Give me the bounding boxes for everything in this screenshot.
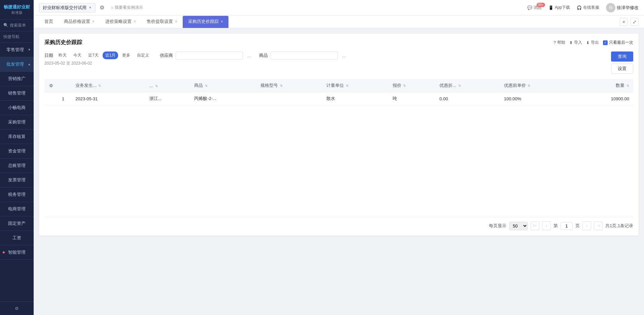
- tab-history-price[interactable]: 采购历史价跟踪 ×: [183, 16, 228, 28]
- date-opt-custom[interactable]: 自定义: [134, 51, 152, 59]
- col-product[interactable]: 商品 ⇅: [190, 79, 256, 92]
- sidebar-item-ecommerce-small[interactable]: 小畅电商: [0, 101, 34, 115]
- content-area: 采购历史价跟踪 ? 帮助 ⬆ 导入 ⬇ 导出: [34, 28, 644, 315]
- row-discount-pct-cell: 100.00%: [500, 92, 576, 105]
- sidebar-search[interactable]: 🔍 搜索菜单: [0, 20, 34, 31]
- date-opt-7days[interactable]: 近7天: [85, 51, 101, 59]
- col-settings[interactable]: ⚙: [44, 79, 58, 92]
- help-btn[interactable]: ? 帮助: [553, 40, 565, 45]
- sidebar-logo[interactable]: 畅捷通好业财 标准版: [0, 0, 34, 20]
- sidebar-item-smart[interactable]: 智能管理: [0, 245, 34, 260]
- col-business-date[interactable]: 业务发生... ⇅: [71, 79, 145, 92]
- demo-link[interactable]: ○ 我要看实例演示: [111, 5, 143, 10]
- supplier-filter-group: 供应商 ...: [160, 51, 251, 60]
- topbar-settings-btn[interactable]: ⚙: [100, 4, 104, 11]
- sidebar-item-sales[interactable]: 销售管理: [0, 86, 34, 101]
- tab-close-price[interactable]: ×: [92, 19, 95, 24]
- data-table: ⚙ 业务发生... ⇅ ... ⇅ 商品: [44, 79, 633, 105]
- col-quantity[interactable]: 数量 ⇅: [576, 79, 633, 92]
- tab-expand-btn[interactable]: ⤢: [631, 18, 639, 26]
- export-btn[interactable]: ⬇ 导出: [586, 40, 599, 45]
- help-icon: ?: [553, 40, 556, 45]
- col-more[interactable]: ... ⇅: [145, 79, 190, 92]
- checkbox-checked-icon: [603, 40, 608, 45]
- date-options: 昨天 今天 近7天 近1月 更多 自定义: [56, 51, 152, 59]
- message-icon: 💬: [527, 5, 532, 10]
- sidebar-item-purchase[interactable]: 采购管理: [0, 115, 34, 130]
- sidebar-settings-btn[interactable]: ⚙: [0, 302, 34, 315]
- sidebar-item-assets[interactable]: 固定资产: [0, 216, 34, 231]
- tab-close-purchase-strategy[interactable]: ×: [134, 19, 136, 24]
- page-unit-label: 页: [575, 223, 580, 229]
- app-download-btn[interactable]: 📱 App下载: [548, 5, 570, 10]
- page-prev-btn[interactable]: ‹: [542, 221, 551, 230]
- col-discount[interactable]: 优惠折... ⇅: [435, 79, 500, 92]
- page-size-select[interactable]: 50 10 20 100: [509, 222, 528, 230]
- supplier-label: 供应商: [160, 53, 173, 59]
- sort-icon: ⇅: [403, 84, 406, 88]
- settings-button[interactable]: 设置: [611, 64, 633, 74]
- query-button[interactable]: 查询: [611, 51, 633, 62]
- tabbar: 首页 商品价格设置 × 进价策略设置 × 售价提取设置 × 采购历史价跟踪 × …: [34, 15, 644, 28]
- import-btn[interactable]: ⬆ 导入: [569, 40, 582, 45]
- tab-close-sale-price[interactable]: ×: [175, 19, 177, 24]
- col-discount-price[interactable]: 优惠前单价 ⇅: [500, 79, 576, 92]
- tab-close-history-price[interactable]: ×: [221, 19, 223, 24]
- page-header: 采购历史价跟踪 ? 帮助 ⬆ 导入 ⬇ 导出: [44, 39, 633, 46]
- sidebar-item-tax[interactable]: 税务管理: [0, 187, 34, 202]
- tab-sale-price[interactable]: 售价提取设置 ×: [141, 16, 183, 28]
- page-last-btn[interactable]: ⊣: [594, 221, 603, 230]
- row-quantity-cell: 10900.00: [576, 92, 633, 105]
- date-filter-group: 日期 昨天 今天 近7天 近1月 更多 自定义 2023-05-02 至 202…: [44, 51, 152, 66]
- chevron-icon: ▼: [28, 48, 31, 51]
- version-selector[interactable]: 好业财标准版交付试用 ▼: [39, 3, 96, 12]
- tab-close-btn[interactable]: ×: [620, 18, 628, 26]
- page-next-btn[interactable]: ›: [582, 221, 591, 230]
- page-number-input[interactable]: [561, 222, 573, 230]
- sort-icon: ⇅: [98, 84, 101, 88]
- col-index: [58, 79, 71, 92]
- message-btn[interactable]: 💬 消息 99+: [527, 5, 542, 10]
- col-spec[interactable]: 规格型号 ⇅: [256, 79, 322, 92]
- tab-home[interactable]: 首页: [39, 16, 59, 28]
- product-more-btn[interactable]: ...: [342, 53, 346, 58]
- sidebar-item-finance[interactable]: 资金管理: [0, 144, 34, 159]
- tab-price[interactable]: 商品价格设置 ×: [59, 16, 100, 28]
- product-label: 商品: [259, 53, 268, 59]
- topbar: 好业财标准版交付试用 ▼ ⚙ ○ 我要看实例演示 💬 消息 99+ 📱 App下…: [34, 0, 644, 15]
- date-opt-1month[interactable]: 近1月: [103, 51, 118, 59]
- only-last-checkbox[interactable]: 只看最后一次: [603, 40, 633, 45]
- product-filter-group: 商品 ...: [259, 51, 346, 60]
- supplier-input[interactable]: [176, 51, 243, 60]
- table-header-row: ⚙ 业务发生... ⇅ ... ⇅ 商品: [44, 79, 633, 92]
- online-service-btn[interactable]: 🎧 在线客服: [577, 5, 599, 10]
- sidebar-item-marketing[interactable]: 营销推广: [0, 72, 34, 86]
- product-input[interactable]: [271, 51, 338, 60]
- sidebar-item-inventory[interactable]: 库存核算: [0, 130, 34, 144]
- page-first-btn[interactable]: ⊢: [531, 221, 539, 230]
- row-more-cell: 浙江...: [145, 92, 190, 105]
- row-business-date-cell: 2023-05-31: [71, 92, 145, 105]
- col-unit[interactable]: 计量单位 ⇅: [322, 79, 388, 92]
- date-opt-more[interactable]: 更多: [119, 51, 133, 59]
- sort-icon: ⇅: [280, 84, 283, 88]
- page-size-label: 每页显示: [489, 223, 506, 229]
- date-opt-yesterday[interactable]: 昨天: [56, 51, 69, 59]
- sidebar-item-payroll[interactable]: 工资: [0, 231, 34, 245]
- user-profile-btn[interactable]: 徐 徐泽华修改: [606, 3, 639, 12]
- sidebar-item-ledger[interactable]: 总账管理: [0, 159, 34, 173]
- sidebar-item-ecommerce[interactable]: 电商管理: [0, 202, 34, 216]
- topbar-right: 💬 消息 99+ 📱 App下载 🎧 在线客服 徐 徐泽华修改: [527, 3, 639, 12]
- sidebar-item-wholesale[interactable]: 批发管理 ▲: [0, 57, 34, 72]
- sidebar-quicknav[interactable]: 快捷导航: [0, 31, 34, 43]
- dropdown-arrow-icon: ▼: [88, 6, 92, 9]
- date-opt-today[interactable]: 今天: [71, 51, 84, 59]
- col-quote[interactable]: 报价 ⇅: [389, 79, 435, 92]
- sidebar-item-invoice[interactable]: 发票管理: [0, 173, 34, 187]
- tab-purchase-strategy[interactable]: 进价策略设置 ×: [100, 16, 141, 28]
- page-total-label: 共1页,1条记录: [605, 223, 633, 229]
- page-card: 采购历史价跟踪 ? 帮助 ⬆ 导入 ⬇ 导出: [39, 34, 639, 236]
- supplier-more-btn[interactable]: ...: [247, 53, 251, 58]
- sidebar-item-retail[interactable]: 零售管理 ▼: [0, 43, 34, 57]
- sidebar: 畅捷通好业财 标准版 🔍 搜索菜单 快捷导航 零售管理 ▼ 批发管理 ▲ 营销推…: [0, 0, 34, 315]
